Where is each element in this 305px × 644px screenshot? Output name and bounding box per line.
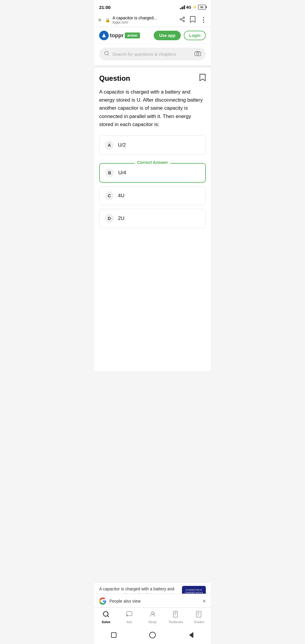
question-text: A capacitor is charged with a battery an… (99, 88, 206, 128)
browser-close-button[interactable]: × (98, 17, 102, 24)
question-header: Question (99, 74, 206, 83)
option-d-text: 2U (118, 215, 125, 221)
option-c-text: 4U (118, 193, 125, 199)
option-a[interactable]: A U/2 (99, 136, 206, 155)
status-bar: 21:00 4G ⚡ 81 (94, 0, 211, 13)
battery-icon: 81 (198, 5, 206, 10)
url-section: 🔒 A capacitor is charged... toppr.com (105, 15, 176, 24)
use-app-button[interactable]: Use app (154, 31, 180, 40)
top-navigation: toppr answr Use app Login (94, 27, 211, 44)
options-container: A U/2 Correct Answer B U/4 C 4U D 2U (99, 136, 206, 282)
question-bookmark-icon[interactable] (199, 74, 206, 83)
correct-answer-label: Correct Answer (135, 160, 170, 165)
recent-apps-icon (111, 632, 116, 638)
ask-icon (126, 611, 133, 619)
bottom-navigation: Solve Ask Study (94, 607, 211, 626)
question-title: Question (99, 74, 130, 83)
google-banner-text: People also view (109, 599, 200, 603)
toppr-brand-text: toppr (110, 32, 124, 39)
svg-point-0 (183, 17, 185, 18)
solve-icon (102, 611, 110, 619)
guides-icon (195, 611, 203, 619)
charging-icon: ⚡ (192, 5, 197, 9)
status-time: 21:00 (99, 5, 111, 10)
svg-point-1 (180, 18, 182, 20)
textbooks-label: Textbooks (168, 620, 183, 624)
section-divider (94, 65, 211, 68)
page-title-browser: A capacitor is charged... (113, 15, 176, 20)
svg-point-9 (103, 612, 108, 616)
guides-label: Guides (194, 620, 204, 624)
study-label: Study (148, 620, 157, 624)
option-c[interactable]: C 4U (99, 186, 206, 205)
option-d-letter: D (105, 214, 114, 223)
menu-icon[interactable]: ⋮ (200, 16, 207, 24)
svg-line-6 (108, 54, 108, 55)
network-type: 4G (186, 5, 191, 10)
browser-bar: × 🔒 A capacitor is charged... toppr.com … (94, 13, 211, 27)
nav-study[interactable]: Study (144, 611, 161, 624)
login-button[interactable]: Login (184, 31, 206, 40)
lock-icon: 🔒 (105, 18, 110, 22)
google-banner: People also view × (94, 594, 211, 608)
option-a-letter: A (105, 141, 114, 150)
bookmark-browser-icon[interactable] (190, 16, 195, 24)
toppr-logo: toppr answr (99, 31, 140, 40)
solve-label: Solve (102, 620, 110, 624)
nav-solve[interactable]: Solve (97, 611, 115, 624)
search-placeholder[interactable]: Search for questions & chapters (112, 52, 192, 57)
svg-point-2 (183, 20, 185, 22)
study-icon (149, 611, 156, 619)
google-banner-close[interactable]: × (203, 598, 206, 604)
url-container: A capacitor is charged... toppr.com (113, 15, 176, 24)
signal-icon (180, 5, 185, 9)
system-navigation (94, 626, 211, 644)
nav-buttons: Use app Login (154, 31, 206, 40)
question-section: Question A capacitor is charged with a b… (94, 68, 211, 371)
svg-point-12 (151, 612, 154, 614)
svg-rect-13 (173, 611, 178, 617)
option-a-text: U/2 (118, 142, 126, 148)
url-domain: toppr.com (113, 20, 176, 24)
browser-actions: ⋮ (179, 16, 207, 24)
nav-guides[interactable]: Guides (190, 611, 208, 624)
option-b[interactable]: Correct Answer B U/4 (99, 163, 206, 183)
back-icon (189, 632, 193, 638)
search-container: Search for questions & chapters (94, 44, 211, 65)
answr-badge: answr (125, 32, 140, 38)
home-icon (149, 632, 156, 638)
nav-ask[interactable]: Ask (120, 611, 138, 624)
system-recent-button[interactable] (110, 631, 117, 639)
nav-textbooks[interactable]: Textbooks (167, 611, 185, 624)
svg-line-4 (181, 18, 183, 19)
svg-line-3 (181, 20, 183, 21)
ask-label: Ask (127, 620, 132, 624)
option-b-text: U/4 (118, 170, 126, 176)
system-back-button[interactable] (188, 631, 195, 639)
option-c-letter: C (105, 191, 114, 200)
svg-point-5 (105, 51, 108, 55)
option-d[interactable]: D 2U (99, 209, 206, 228)
svg-point-8 (197, 53, 199, 55)
textbooks-icon (172, 611, 179, 619)
status-icons: 4G ⚡ 81 (180, 5, 206, 10)
svg-rect-17 (196, 611, 201, 617)
google-logo-icon (99, 598, 106, 605)
system-home-button[interactable] (149, 631, 156, 639)
toppr-logo-icon (99, 31, 109, 40)
share-icon[interactable] (179, 16, 185, 24)
option-b-letter: B (105, 168, 114, 177)
camera-icon[interactable] (194, 51, 201, 58)
search-icon (104, 51, 109, 58)
svg-line-10 (108, 616, 109, 617)
search-bar[interactable]: Search for questions & chapters (99, 48, 206, 60)
